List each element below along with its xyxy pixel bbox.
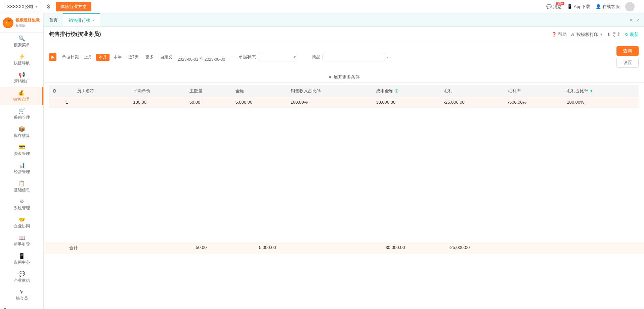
company-name: XXXXXX公司 <box>7 4 33 10</box>
marketing-icon: 📢 <box>18 71 25 78</box>
print-dropdown-icon: ▼ <box>600 33 603 36</box>
sidebar-item-inventory[interactable]: 📦 库存核算 <box>0 123 43 141</box>
product-input[interactable] <box>323 53 385 61</box>
sidebar-item-basic-info[interactable]: 📋 基础信息 <box>0 177 43 196</box>
sidebar-wechat-label: 企业微信 <box>14 278 30 284</box>
filter-toggle-arrow[interactable]: ▶ <box>49 53 56 61</box>
more-filters-label[interactable]: ··· <box>387 55 391 60</box>
service-icon: 👤 <box>596 4 601 9</box>
search-icon: 🔍 <box>18 35 25 42</box>
online-service-button[interactable]: 👤 在线客服 <box>596 4 620 10</box>
col-settings-header[interactable]: ⚙ <box>49 85 60 97</box>
sidebar-quicknav-label: 快捷导航 <box>14 60 30 66</box>
basic-info-icon: 📋 <box>18 180 25 187</box>
sidebar-bottom-settings-icon[interactable]: ⚙ <box>3 307 7 309</box>
tab-home[interactable]: 首页 <box>44 13 63 27</box>
sidebar-purchase-label: 采购管理 <box>14 115 30 120</box>
print-button[interactable]: 🖨 按模板打印 ▼ <box>571 32 603 38</box>
cell-settings-0 <box>49 97 60 108</box>
avatar[interactable] <box>625 2 635 11</box>
finance-icon: 💳 <box>18 144 25 150</box>
col-name-header: 员工名称 <box>74 85 130 97</box>
print-label: 按模板打印 <box>576 32 598 38</box>
settings-button[interactable]: 设置 <box>616 58 639 68</box>
expand-more-conditions[interactable]: ▼ 展开更多条件 <box>328 74 360 80</box>
app-logo: 🍊 畅康通好生意 标准版 <box>0 13 43 33</box>
sidebar-item-enterprise[interactable]: 🤝 企业协同 <box>0 214 43 232</box>
date-more[interactable]: 更多 <box>143 54 156 61</box>
query-button[interactable]: 查询 <box>616 46 639 56</box>
footer-gross: -25,000.00 <box>445 245 509 251</box>
tab-close-window-icon[interactable]: ✕ <box>629 17 633 23</box>
messages-button[interactable]: 💬 消息 99+ <box>546 4 562 10</box>
date-this-year[interactable]: 本年 <box>111 54 124 61</box>
status-select[interactable] <box>258 53 298 61</box>
sidebar-item-search[interactable]: 🔍 搜索菜单 <box>0 33 43 51</box>
guide-icon: 📖 <box>18 235 25 241</box>
col-gross-pct-header: 毛利占比% ⬆ <box>563 85 639 97</box>
sidebar-item-guide[interactable]: 📖 新手引导 <box>0 232 43 250</box>
date-filter-label: 单据日期 <box>62 54 79 60</box>
app-download-button[interactable]: 📱 App下载 <box>567 4 590 10</box>
export-button[interactable]: ⬇ 导出 <box>607 32 621 38</box>
col-gross-header: 毛利 <box>440 85 505 97</box>
footer-main-qty: 50.00 <box>192 245 256 251</box>
sidebar-item-sales[interactable]: 💰 销售管理 <box>0 87 43 105</box>
tab-sales-ranking[interactable]: 销售排行榜 × <box>63 13 100 27</box>
sidebar-item-operations[interactable]: 📊 经营管理 <box>0 159 43 177</box>
sidebar-item-system[interactable]: ⚙ 系统管理 <box>0 196 43 214</box>
wechat-icon: 💬 <box>18 271 25 277</box>
cell-amount-0: 5,000.00 <box>232 97 287 108</box>
settings-icon[interactable]: ⚙ <box>44 2 53 11</box>
sidebar-item-wechat[interactable]: 💬 企业微信 <box>0 268 43 286</box>
app-download-label: App下载 <box>574 4 590 10</box>
logo-sub: 标准版 <box>15 23 40 28</box>
sidebar-collapse-icon[interactable]: ◀ <box>37 307 41 309</box>
date-current-month[interactable]: 本月 <box>96 54 110 61</box>
col-cost-header: 成本全额 ⓘ <box>373 85 440 97</box>
logo-icon: 🍊 <box>3 17 13 28</box>
sidebar-marketing-label: 营销推广 <box>14 79 30 84</box>
date-prev-month[interactable]: 上月 <box>81 54 95 61</box>
sidebar-item-finance[interactable]: 💳 资金管理 <box>0 141 43 159</box>
product-filter-label: 商品 <box>312 54 320 60</box>
cell-cost-0: 30,000.00 <box>373 97 440 108</box>
tab-close-icon[interactable]: × <box>92 18 95 23</box>
sidebar-item-app-center[interactable]: 📱 应用中心 <box>0 250 43 268</box>
date-7days[interactable]: 近7天 <box>126 54 141 61</box>
sales-icon: 💰 <box>18 90 25 96</box>
sidebar-search-label: 搜索菜单 <box>14 42 30 48</box>
sidebar-item-member[interactable]: V 畅会员 <box>0 286 43 304</box>
quicknav-icon: ⚡ <box>18 53 25 60</box>
cell-gross-0: -25,000.00 <box>440 97 505 108</box>
cell-sales-pct-0: 100.00% <box>287 97 373 108</box>
sidebar-app-center-label: 应用中心 <box>14 260 30 265</box>
footer-sales-pct <box>319 245 382 251</box>
date-range-display: 2023-06-01 至 2023-06-30 <box>178 57 225 62</box>
help-button[interactable]: ❓ 帮助 <box>551 32 567 38</box>
app-icon: 📱 <box>567 4 572 9</box>
purchase-icon: 🛒 <box>18 108 25 114</box>
cell-qty-0: 50.00 <box>186 97 232 108</box>
tab-maximize-icon[interactable]: ⤢ <box>636 17 640 23</box>
footer-gross-pct <box>572 245 635 251</box>
footer-avg-price <box>129 245 192 251</box>
online-service-label: 在线客服 <box>602 4 620 10</box>
footer-total-label: 合计 <box>52 245 129 251</box>
footer-amount: 5,000.00 <box>256 245 319 251</box>
refresh-button[interactable]: ↻ 刷新 <box>625 32 639 38</box>
cell-rank-0: 1 <box>60 97 74 108</box>
trial-button[interactable]: 体验行业方案 <box>56 2 91 11</box>
company-select[interactable]: XXXXXX公司 ▼ <box>4 2 41 11</box>
sidebar-item-marketing[interactable]: 📢 营销推广 <box>0 69 43 87</box>
expand-label: 展开更多条件 <box>334 74 360 80</box>
refresh-icon: ↻ <box>625 32 629 37</box>
system-icon: ⚙ <box>19 198 24 205</box>
sidebar-enterprise-label: 企业协同 <box>14 223 30 229</box>
help-icon: ❓ <box>551 32 557 37</box>
sidebar-item-quicknav[interactable]: ⚡ 快捷导航 <box>0 51 43 69</box>
sidebar-item-purchase[interactable]: 🛒 采购管理 <box>0 105 43 123</box>
table-settings-icon[interactable]: ⚙ <box>52 88 57 94</box>
sidebar-member-label: 畅会员 <box>16 296 28 301</box>
date-custom[interactable]: 自定义 <box>158 54 175 61</box>
